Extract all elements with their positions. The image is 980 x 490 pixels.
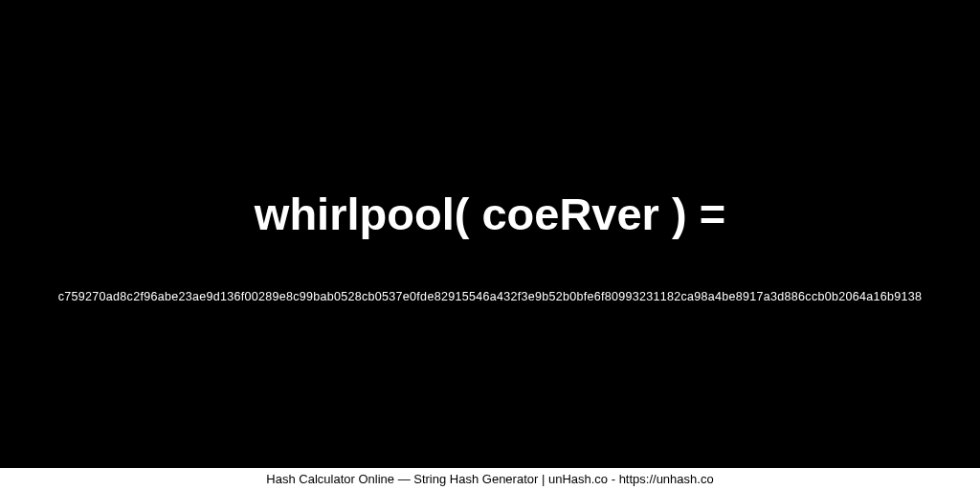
footer-text: Hash Calculator Online — String Hash Gen… [266,472,713,486]
hash-expression: whirlpool( coeRver ) = [255,188,725,240]
main-content: whirlpool( coeRver ) = c759270ad8c2f96ab… [0,0,980,490]
footer: Hash Calculator Online — String Hash Gen… [0,468,980,490]
hash-value: c759270ad8c2f96abe23ae9d136f00289e8c99ba… [58,290,922,303]
